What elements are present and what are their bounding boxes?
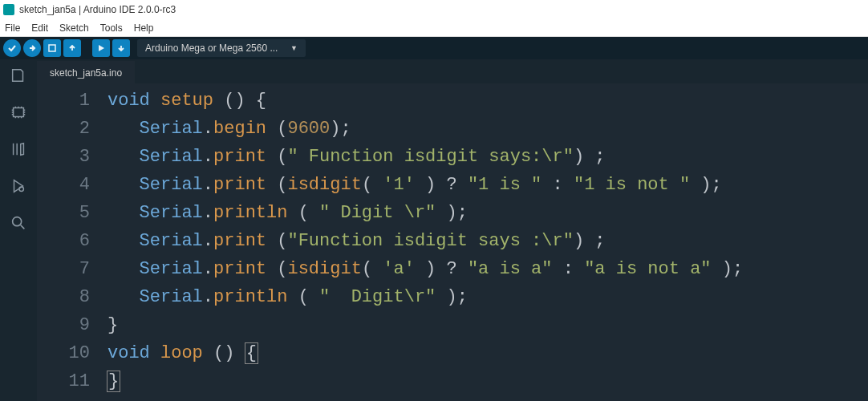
- line-number-gutter: 1234567891011: [37, 83, 107, 401]
- save-button[interactable]: [112, 39, 130, 57]
- menu-sketch[interactable]: Sketch: [59, 22, 89, 34]
- line-number: 3: [37, 143, 90, 171]
- upload-button[interactable]: [23, 39, 41, 57]
- line-number: 9: [37, 311, 90, 339]
- code-line[interactable]: Serial.print (" Function isdigit says:\r…: [107, 143, 868, 171]
- line-number: 11: [37, 367, 90, 395]
- code-editor[interactable]: 1234567891011 void setup () { Serial.beg…: [37, 83, 868, 401]
- menu-help[interactable]: Help: [134, 22, 154, 34]
- menubar: File Edit Sketch Tools Help: [0, 19, 868, 37]
- code-content[interactable]: void setup () { Serial.begin (9600); Ser…: [107, 83, 868, 401]
- editor-area: sketch_jan5a.ino 1234567891011 void setu…: [37, 59, 868, 401]
- code-line[interactable]: Serial.print ("Function isdigit says :\r…: [107, 227, 868, 255]
- open-sketch-button[interactable]: [63, 39, 81, 57]
- svg-marker-1: [99, 45, 104, 51]
- line-number: 4: [37, 171, 90, 199]
- window-title: sketch_jan5a | Arduino IDE 2.0.0-rc3: [19, 4, 176, 15]
- line-number: 6: [37, 227, 90, 255]
- line-number: 8: [37, 283, 90, 311]
- code-line[interactable]: Serial.println ( " Digit\r" );: [107, 283, 868, 311]
- svg-marker-3: [14, 180, 23, 192]
- code-line[interactable]: void loop () {: [107, 339, 868, 367]
- activity-bar: [0, 59, 37, 401]
- tab-label: sketch_jan5a.ino: [50, 67, 122, 79]
- explorer-icon[interactable]: [9, 66, 28, 85]
- code-line[interactable]: }: [107, 367, 868, 395]
- titlebar: sketch_jan5a | Arduino IDE 2.0.0-rc3: [0, 0, 868, 19]
- svg-point-5: [13, 217, 22, 226]
- debug-button[interactable]: [92, 39, 110, 57]
- code-line[interactable]: Serial.begin (9600);: [107, 115, 868, 143]
- code-line[interactable]: Serial.print (isdigit( 'a' ) ? "a is a" …: [107, 255, 868, 283]
- line-number: 7: [37, 255, 90, 283]
- verify-button[interactable]: [3, 39, 21, 57]
- tab-bar: sketch_jan5a.ino: [37, 59, 868, 83]
- code-line[interactable]: Serial.print (isdigit( '1' ) ? "1 is " :…: [107, 171, 868, 199]
- code-line[interactable]: void setup () {: [107, 87, 868, 115]
- boards-manager-icon[interactable]: [9, 103, 28, 122]
- code-line[interactable]: Serial.println ( " Digit \r" );: [107, 199, 868, 227]
- code-line[interactable]: }: [107, 311, 868, 339]
- menu-tools[interactable]: Tools: [100, 22, 123, 34]
- menu-edit[interactable]: Edit: [31, 22, 48, 34]
- menu-file[interactable]: File: [5, 22, 20, 34]
- chevron-down-icon: ▼: [290, 44, 298, 52]
- svg-rect-2: [14, 108, 24, 117]
- search-icon[interactable]: [9, 213, 28, 233]
- debug-icon[interactable]: [9, 176, 28, 196]
- line-number: 10: [37, 339, 90, 367]
- line-number: 5: [37, 199, 90, 227]
- arduino-logo-icon: [3, 4, 14, 15]
- library-manager-icon[interactable]: [9, 140, 28, 159]
- new-sketch-button[interactable]: [43, 39, 61, 57]
- tab-sketch[interactable]: sketch_jan5a.ino: [37, 61, 135, 83]
- svg-rect-0: [49, 45, 55, 51]
- board-selector-label: Arduino Mega or Mega 2560 ...: [145, 43, 278, 54]
- line-number: 2: [37, 115, 90, 143]
- toolbar: Arduino Mega or Mega 2560 ... ▼: [0, 37, 868, 59]
- board-selector[interactable]: Arduino Mega or Mega 2560 ... ▼: [137, 39, 306, 57]
- line-number: 1: [37, 87, 90, 115]
